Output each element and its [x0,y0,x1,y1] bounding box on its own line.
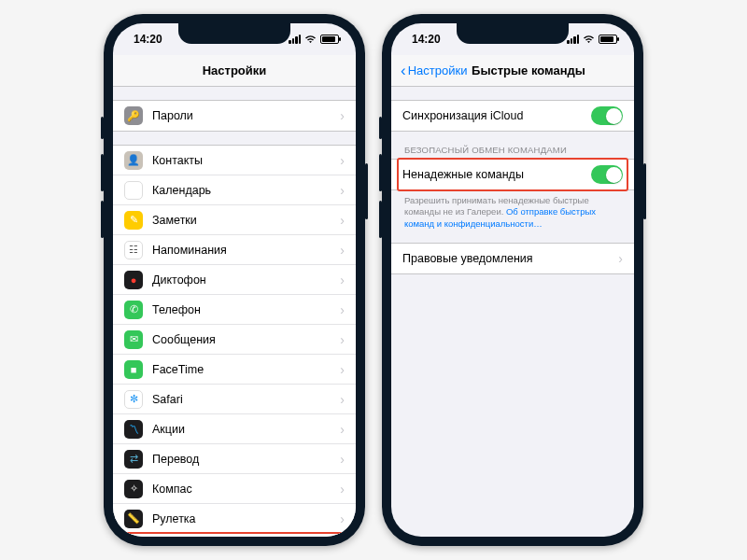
chevron-icon: › [340,422,345,437]
shortcuts-settings[interactable]: Синхронизация iCloud БЕЗОПАСНЫЙ ОБМЕН КО… [391,87,634,537]
row-safari[interactable]: ✼Safari› [113,385,356,414]
row-shortcuts[interactable]: ◆Быстрые команды› [113,534,356,537]
facetime-icon: ■ [124,360,143,379]
section-footer: Разрешить принимать ненадежные быстрые к… [391,190,634,230]
row-phone[interactable]: ✆Телефон› [113,295,356,325]
back-label: Настройки [408,63,468,77]
phone-left: 14:20 Настройки 🔑Пароли› 👤Контакты› 15Ка… [104,14,365,546]
measure-icon: 📏 [124,510,143,528]
row-calendar[interactable]: 15Календарь› [113,175,356,205]
chevron-icon: › [340,183,345,198]
wifi-icon [304,35,317,44]
chevron-left-icon: ‹ [401,63,406,78]
chevron-icon: › [340,362,345,377]
row-messages[interactable]: ✉Сообщения› [113,325,356,355]
nav-bar: Настройки [113,55,356,87]
chevron-icon: › [340,213,345,228]
page-title: Настройки [113,63,356,77]
contacts-icon: 👤 [124,151,143,170]
screen-right: 14:20 ‹ Настройки Быстрые команды Синхро… [391,23,634,537]
row-passwords[interactable]: 🔑Пароли› [113,101,356,131]
messages-icon: ✉ [124,330,143,349]
chevron-icon: › [340,511,345,526]
status-time: 14:20 [412,33,441,46]
chevron-icon: › [340,108,345,123]
voice-icon: ● [124,271,143,289]
section-header: БЕЗОПАСНЫЙ ОБМЕН КОМАНДАМИ [391,145,634,159]
row-compass[interactable]: ✧Компас› [113,474,356,504]
chevron-icon: › [340,482,345,497]
chevron-icon: › [340,153,345,168]
toggle-icloud[interactable] [591,106,623,125]
battery-icon [320,35,339,44]
key-icon: 🔑 [124,106,143,125]
chevron-icon: › [340,392,345,407]
chevron-icon: › [340,452,345,467]
phone-right: 14:20 ‹ Настройки Быстрые команды Синхро… [382,14,643,546]
status-time: 14:20 [134,33,162,46]
status-indicators [567,35,617,44]
chevron-icon: › [340,243,345,258]
row-untrusted[interactable]: Ненадежные команды [391,160,634,189]
row-icloud-sync[interactable]: Синхронизация iCloud [391,101,634,131]
row-reminders[interactable]: ☷Напоминания› [113,235,356,265]
battery-icon [599,35,617,44]
notch [178,23,290,44]
toggle-untrusted[interactable] [591,165,623,184]
signal-icon [567,35,579,44]
calendar-icon: 15 [124,181,143,200]
compass-icon: ✧ [124,480,143,498]
settings-list[interactable]: 🔑Пароли› 👤Контакты› 15Календарь› ✎Заметк… [113,87,356,537]
wifi-icon [583,35,595,44]
chevron-icon: › [340,273,345,287]
back-button[interactable]: ‹ Настройки [401,63,467,78]
row-contacts[interactable]: 👤Контакты› [113,146,356,175]
chevron-icon: › [340,302,345,317]
row-legal[interactable]: Правовые уведомления › [391,244,634,273]
row-translate[interactable]: ⇄Перевод› [113,444,356,474]
row-notes[interactable]: ✎Заметки› [113,205,356,235]
phone-icon: ✆ [124,301,143,319]
signal-icon [289,35,301,44]
chevron-icon: › [340,332,345,347]
stocks-icon: 〽 [124,420,143,439]
row-voice[interactable]: ●Диктофон› [113,265,356,295]
notch [457,23,569,44]
status-indicators [289,35,339,44]
chevron-icon: › [618,251,623,266]
reminders-icon: ☷ [124,241,143,259]
row-stocks[interactable]: 〽Акции› [113,414,356,444]
notes-icon: ✎ [124,211,143,230]
row-measure[interactable]: 📏Рулетка› [113,504,356,534]
row-facetime[interactable]: ■FaceTime› [113,355,356,385]
nav-bar: ‹ Настройки Быстрые команды [391,55,634,87]
safari-icon: ✼ [124,390,143,409]
translate-icon: ⇄ [124,450,143,469]
screen-left: 14:20 Настройки 🔑Пароли› 👤Контакты› 15Ка… [113,23,356,537]
